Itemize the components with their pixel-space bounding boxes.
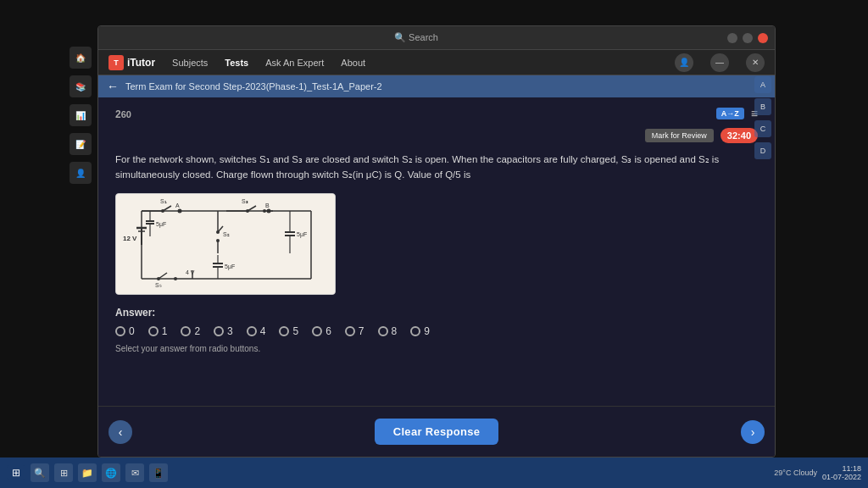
- breadcrumb: Term Exam for Second Step-2023(Phase-1)_…: [125, 81, 382, 92]
- sidebar-book[interactable]: 📚: [70, 75, 92, 97]
- radio-options: 0 1 2 3 4 5 6: [115, 325, 758, 337]
- sidebar-home[interactable]: 🏠: [70, 47, 92, 69]
- breadcrumb-bar: ← Term Exam for Second Step-2023(Phase-1…: [98, 75, 775, 97]
- option-0[interactable]: 0: [115, 325, 135, 337]
- sidebar-chart[interactable]: 📊: [70, 104, 92, 126]
- close-nav[interactable]: ✕: [746, 53, 765, 72]
- minimize-nav[interactable]: —: [710, 53, 729, 72]
- nav-ask-expert[interactable]: Ask An Expert: [265, 58, 324, 68]
- circuit-diagram: 12 V A B S₁ 5μF: [115, 193, 336, 295]
- file-explorer[interactable]: 📁: [78, 463, 97, 482]
- option-8[interactable]: 8: [378, 325, 398, 337]
- svg-text:S₃: S₃: [242, 198, 248, 204]
- mark-review-button[interactable]: Mark for Review: [645, 129, 714, 142]
- window-controls: [727, 33, 768, 43]
- option-1[interactable]: 1: [148, 325, 168, 337]
- search-taskbar[interactable]: 🔍: [31, 463, 49, 482]
- action-row: Mark for Review 32:40: [115, 128, 758, 143]
- radio-1[interactable]: [148, 326, 159, 336]
- right-icon-2[interactable]: B: [754, 98, 771, 115]
- app-window: 🔍 Search T iTutor Subjects Tests Ask An …: [97, 25, 776, 458]
- whatsapp[interactable]: 📱: [149, 463, 168, 482]
- svg-text:A: A: [175, 202, 180, 208]
- logo: T iTutor: [108, 55, 155, 70]
- svg-text:5μF: 5μF: [156, 221, 166, 228]
- title-bar: 🔍 Search: [98, 26, 775, 50]
- sidebar-left: 🏠 📚 📊 📝 👤: [70, 47, 95, 184]
- svg-text:12 V: 12 V: [123, 235, 137, 242]
- browser[interactable]: 🌐: [102, 463, 120, 482]
- answer-label: Answer:: [115, 307, 758, 319]
- option-4[interactable]: 4: [247, 325, 266, 337]
- weather-text: 29°C Cloudy: [774, 469, 817, 477]
- svg-rect-0: [116, 194, 336, 295]
- nav-tests[interactable]: Tests: [225, 58, 248, 68]
- select-hint: Select your answer from radio buttons.: [115, 344, 758, 353]
- radio-7[interactable]: [345, 326, 355, 336]
- maximize-button[interactable]: [743, 33, 753, 43]
- content-area: 260 A→Z ≡ Mark for Review 32:40 For the …: [98, 97, 775, 406]
- nav-about[interactable]: About: [341, 58, 365, 68]
- question-header: 260 A→Z ≡: [115, 106, 758, 121]
- search-label: Search: [409, 32, 438, 42]
- option-6[interactable]: 6: [312, 325, 331, 337]
- option-5[interactable]: 5: [279, 325, 298, 337]
- task-view[interactable]: ⊞: [54, 463, 73, 482]
- svg-text:S₅: S₅: [155, 282, 162, 288]
- start-button[interactable]: ⊞: [7, 465, 25, 480]
- radio-0[interactable]: [115, 326, 125, 336]
- right-icon-4[interactable]: D: [754, 142, 771, 159]
- radio-2[interactable]: [181, 326, 191, 336]
- radio-5[interactable]: [279, 326, 289, 336]
- radio-3[interactable]: [214, 326, 224, 336]
- right-icon-1[interactable]: A: [754, 76, 771, 93]
- svg-text:S₁: S₁: [160, 198, 167, 204]
- radio-9[interactable]: [410, 326, 420, 336]
- search-icon: 🔍: [394, 32, 406, 42]
- option-9[interactable]: 9: [410, 325, 430, 337]
- minimize-button[interactable]: [727, 33, 737, 43]
- svg-text:5μF: 5μF: [225, 263, 235, 270]
- svg-point-17: [178, 209, 181, 213]
- mail[interactable]: ✉: [125, 463, 144, 482]
- sidebar-user[interactable]: 👤: [70, 162, 92, 184]
- nav-bar: T iTutor Subjects Tests Ask An Expert Ab…: [98, 50, 775, 75]
- nav-subjects[interactable]: Subjects: [172, 58, 208, 68]
- logo-icon: T: [108, 55, 124, 70]
- radio-4[interactable]: [247, 326, 257, 336]
- logo-text: iTutor: [127, 57, 155, 69]
- option-2[interactable]: 2: [181, 325, 200, 337]
- sidebar-assignment[interactable]: 📝: [70, 133, 92, 155]
- windows-icon: ⊞: [12, 467, 20, 479]
- svg-text:5μF: 5μF: [297, 231, 307, 238]
- option-3[interactable]: 3: [214, 325, 233, 337]
- user-icon[interactable]: 👤: [675, 53, 693, 72]
- svg-text:B: B: [265, 202, 270, 208]
- prev-button[interactable]: ‹: [108, 420, 132, 444]
- sidebar-right: A B C D: [754, 76, 773, 159]
- svg-text:4 V: 4 V: [186, 269, 195, 275]
- taskbar: ⊞ 🔍 ⊞ 📁 🌐 ✉ 📱 29°C Cloudy 11:18 01-07-20…: [0, 458, 868, 488]
- close-button[interactable]: [758, 33, 768, 43]
- atoz-button[interactable]: A→Z: [716, 108, 744, 119]
- question-text: For the network shown, switches S₁ and S…: [115, 152, 758, 183]
- svg-point-50: [174, 277, 177, 280]
- timer-badge: 32:40: [721, 128, 758, 143]
- clear-response-button[interactable]: Clear Response: [375, 419, 498, 445]
- bottom-bar: ‹ Clear Response ›: [98, 406, 775, 457]
- taskbar-right: 29°C Cloudy 11:18 01-07-2022: [774, 464, 861, 481]
- radio-6[interactable]: [312, 326, 322, 336]
- right-icon-3[interactable]: C: [754, 120, 771, 137]
- search-bar[interactable]: 🔍 Search: [105, 32, 727, 43]
- question-number: 260: [115, 106, 131, 121]
- option-7[interactable]: 7: [345, 325, 364, 337]
- back-button[interactable]: ←: [107, 80, 119, 93]
- clock: 11:18 01-07-2022: [822, 464, 861, 481]
- radio-8[interactable]: [378, 326, 388, 336]
- svg-text:S₂: S₂: [223, 231, 230, 237]
- header-right: A→Z ≡: [716, 107, 758, 120]
- next-button[interactable]: ›: [741, 420, 765, 444]
